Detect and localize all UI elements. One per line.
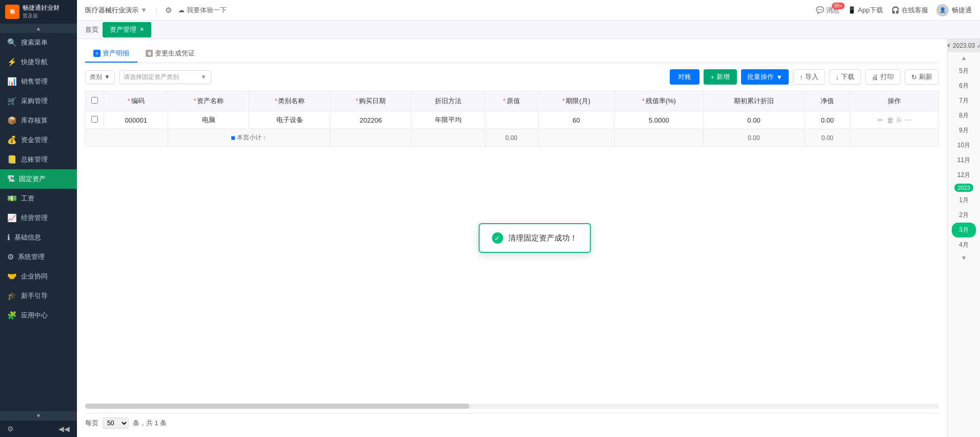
sidebar-item-app-center[interactable]: 🧩 应用中心 (0, 306, 77, 325)
sidebar-item-operations[interactable]: 📈 经营管理 (0, 208, 77, 228)
refresh-button[interactable]: ↻ 刷新 (905, 69, 939, 85)
select-all-cell[interactable] (86, 91, 104, 111)
timeline-up-icon[interactable]: ▲ (948, 52, 980, 64)
refresh-label: 刷新 (919, 72, 932, 82)
timeline-month-1[interactable]: 1月 (948, 193, 980, 208)
timeline-month-11[interactable]: 11月 (948, 153, 980, 168)
change-voucher-icon: 📋 (146, 50, 153, 57)
sidebar-item-sales[interactable]: 📊 销售管理 (0, 72, 77, 91)
batch-ops-arrow-icon: ▼ (776, 73, 783, 81)
sidebar-item-label: 采购管理 (21, 96, 48, 106)
row-category: 电子设备 (249, 111, 330, 129)
purchase-icon: 🛒 (7, 96, 17, 106)
import-button[interactable]: ↑ 导入 (793, 69, 825, 85)
scrollbar-thumb[interactable] (85, 404, 469, 409)
timeline-month-8[interactable]: 8月 (948, 108, 980, 123)
sub-tab-change-voucher[interactable]: 📋 变更生成凭证 (137, 45, 203, 63)
company-selector[interactable]: 医疗器械行业演示 ▼ (85, 6, 147, 15)
sidebar-item-ledger[interactable]: 📒 总账管理 (0, 150, 77, 169)
app-title-group: 畅捷通好业财 普及版 (23, 4, 59, 19)
sidebar-item-label: 经营管理 (21, 213, 48, 223)
toolbar: 类别 ▼ 请选择固定资产类别 ▼ 对账 + 新增 批量操作 (85, 69, 939, 85)
sidebar-item-label: 应用中心 (21, 311, 48, 320)
timeline-month-3-current[interactable]: 3月 (952, 223, 976, 237)
more-action-btn[interactable]: ⋯ (904, 116, 911, 124)
timeline-close-icon[interactable]: ✕ (947, 42, 951, 49)
delete-action-btn[interactable]: 🗑 (887, 116, 894, 124)
avatar: 👤 (936, 4, 949, 16)
sub-tab-asset-detail[interactable]: ≡ 资产明细 (85, 45, 137, 63)
timeline-down-icon[interactable]: ▼ (948, 252, 980, 264)
timeline-month-5[interactable]: 5月 (948, 64, 980, 78)
sidebar-scroll-down[interactable]: ▼ (0, 411, 77, 420)
sidebar-item-quicknav[interactable]: ⚡ 快捷导航 (0, 52, 77, 72)
select-all-checkbox[interactable] (91, 97, 98, 104)
col-depreciation: 折旧方法 (411, 91, 485, 111)
sidebar-item-label: 基础信息 (14, 233, 41, 242)
category-input[interactable]: 请选择固定资产类别 ▼ (119, 70, 211, 84)
online-service-btn[interactable]: 🎧 在线客服 (891, 6, 928, 15)
category-filter[interactable]: 类别 ▼ (85, 70, 115, 84)
online-service-label: 在线客服 (902, 6, 928, 15)
batch-ops-button[interactable]: 批量操作 ▼ (741, 69, 789, 85)
timeline-month-12[interactable]: 12月 (948, 168, 980, 183)
app-download-btn[interactable]: 📱 App下载 (848, 6, 883, 15)
experience-btn[interactable]: ☁ 我要体验一下 (178, 6, 227, 15)
per-page-select[interactable]: 50 100 200 (103, 418, 129, 429)
subtotal-original: 0.00 (485, 129, 538, 147)
sidebar-scroll-up[interactable]: ▲ (0, 24, 77, 33)
sidebar-item-search[interactable]: 🔍 搜索菜单 (0, 33, 77, 52)
row-actions-cell: ✏ 🗑 ⎘ ⋯ (850, 111, 939, 129)
row-residual-rate: 5.0000 (614, 111, 703, 129)
row-initial-accumulated: 0.00 (703, 111, 804, 129)
toast-success-icon: ✓ (492, 232, 503, 244)
row-checkbox[interactable] (91, 116, 98, 123)
settings-gear-icon[interactable]: ⚙ (165, 6, 172, 15)
message-btn[interactable]: 💬 消息 99+ (816, 6, 839, 15)
ledger-icon: 📒 (7, 155, 17, 164)
sidebar-item-basic-info[interactable]: ℹ 基础信息 (0, 228, 77, 247)
print-button[interactable]: 🖨 打印 (865, 69, 901, 85)
timeline-expand-icon[interactable]: ⤢ (977, 42, 980, 49)
tab-asset-management[interactable]: 资产管理 ✕ (103, 22, 151, 37)
sidebar-item-salary[interactable]: 💵 工资 (0, 189, 77, 208)
horizontal-scrollbar[interactable] (85, 404, 939, 409)
row-checkbox-cell[interactable] (86, 111, 104, 129)
sidebar-item-fixed-assets[interactable]: 🏗 固定资产 (0, 169, 77, 189)
timeline-month-7[interactable]: 7月 (948, 93, 980, 108)
sidebar-item-newbie[interactable]: 🎓 新手引导 (0, 286, 77, 306)
sidebar-item-inventory[interactable]: 📦 库存核算 (0, 111, 77, 130)
sidebar-item-corp-collab[interactable]: 🤝 企业协同 (0, 267, 77, 286)
service-icon: 🎧 (891, 6, 899, 14)
col-net-value: 净值 (805, 91, 850, 111)
download-button[interactable]: ↓ 下载 (829, 69, 862, 85)
tab-close-icon[interactable]: ✕ (139, 26, 144, 33)
cloud-icon: ☁ (178, 6, 185, 14)
tab-label: 资产管理 (110, 25, 136, 34)
newbie-icon: 🎓 (7, 291, 17, 301)
new-button[interactable]: + 新增 (704, 69, 737, 85)
reconcile-button[interactable]: 对账 (670, 69, 699, 85)
collapse-icon[interactable]: ◀◀ (58, 425, 70, 433)
sidebar-item-funds[interactable]: 💰 资金管理 (0, 130, 77, 150)
page-content-wrapper: ≡ 资产明细 📋 变更生成凭证 类别 ▼ 请选择固定资产类别 (77, 39, 980, 437)
timeline-month-9[interactable]: 9月 (948, 123, 980, 138)
sidebar-item-purchase[interactable]: 🛒 采购管理 (0, 91, 77, 111)
new-label: 新增 (716, 72, 730, 82)
tab-home[interactable]: 首页 (85, 25, 98, 34)
timeline-month-6[interactable]: 6月 (948, 78, 980, 93)
edit-action-btn[interactable]: ✏ (877, 116, 884, 124)
timeline-month-4[interactable]: 4月 (948, 237, 980, 252)
sidebar-item-system[interactable]: ⚙ 系统管理 (0, 247, 77, 267)
row-name: 电脑 (168, 111, 249, 129)
salary-icon: 💵 (7, 194, 17, 203)
timeline-month-2[interactable]: 2月 (948, 208, 980, 223)
toast-overlay: ✓ 清理固定资产成功！ (478, 223, 591, 253)
user-menu[interactable]: 👤 畅捷通 (936, 4, 972, 16)
settings-icon[interactable]: ⚙ (7, 425, 14, 433)
timeline-month-10[interactable]: 10月 (948, 138, 980, 153)
download-label: 下载 (841, 72, 854, 82)
app-title: 畅捷通好业财 (23, 4, 59, 12)
print-label: 打印 (881, 72, 894, 82)
copy-action-btn[interactable]: ⎘ (897, 116, 901, 124)
